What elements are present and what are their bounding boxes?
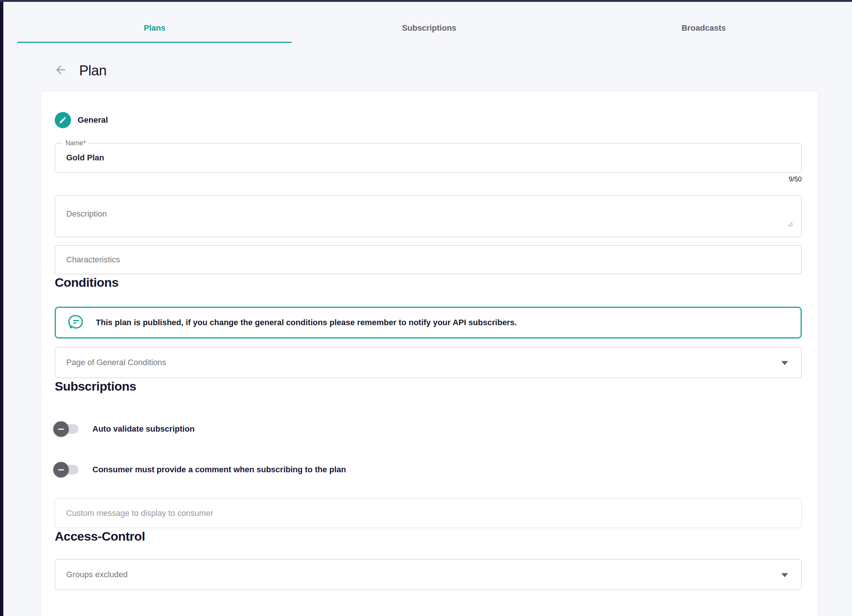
name-field-label: Name*: [62, 139, 89, 147]
conditions-heading: Conditions: [55, 274, 802, 291]
back-button[interactable]: [53, 63, 68, 78]
characteristics-field[interactable]: Characteristics: [55, 245, 802, 274]
main-content: Plans Subscriptions Broadcasts Plan Gene…: [3, 2, 852, 616]
custom-message-placeholder: Custom message to display to consumer: [66, 509, 213, 518]
groups-excluded-select[interactable]: Groups excluded: [55, 559, 802, 590]
toggle-thumb-off-icon: [53, 421, 69, 437]
tab-bar: Plans Subscriptions Broadcasts: [17, 2, 841, 42]
banner-message: This plan is published, if you change th…: [96, 318, 517, 327]
page-select-placeholder: Page of General Conditions: [66, 358, 166, 367]
comment-required-toggle[interactable]: [55, 465, 79, 474]
chevron-down-icon: [781, 361, 788, 365]
chat-bubble-icon: [68, 313, 85, 332]
custom-message-input[interactable]: Custom message to display to consumer: [55, 499, 802, 528]
edit-pencil-icon: [55, 112, 71, 128]
description-placeholder: Description: [66, 209, 107, 219]
chevron-down-icon: [781, 573, 788, 577]
comment-required-toggle-row: Consumer must provide a comment when sub…: [55, 462, 802, 478]
auto-validate-label: Auto validate subscription: [92, 424, 195, 434]
tab-plans[interactable]: Plans: [17, 2, 292, 42]
auto-validate-toggle[interactable]: [55, 424, 79, 434]
toggle-thumb-off-icon: [53, 462, 69, 477]
plan-form-card: General Name* 9/50 Description Character…: [41, 91, 818, 616]
page-of-general-conditions-select[interactable]: Page of General Conditions: [55, 347, 802, 378]
tab-subscriptions[interactable]: Subscriptions: [292, 2, 566, 42]
published-plan-banner: This plan is published, if you change th…: [55, 307, 802, 339]
general-section-label: General: [78, 115, 108, 125]
resize-handle-icon[interactable]: [786, 220, 793, 229]
arrow-left-icon: [54, 63, 67, 78]
description-textarea[interactable]: Description: [55, 196, 802, 237]
general-section-header: General: [55, 112, 802, 128]
groups-excluded-placeholder: Groups excluded: [66, 570, 128, 580]
name-char-counter: 9/50: [55, 176, 802, 184]
auto-validate-toggle-row: Auto validate subscription: [55, 421, 802, 437]
access-control-heading: Access-Control: [55, 528, 802, 544]
comment-required-label: Consumer must provide a comment when sub…: [92, 465, 346, 474]
left-edge-strip: [0, 2, 3, 616]
page-header: Plan: [53, 59, 852, 82]
characteristics-placeholder: Characteristics: [66, 255, 120, 265]
tab-broadcasts[interactable]: Broadcasts: [566, 2, 841, 42]
name-input[interactable]: [66, 153, 790, 163]
subscriptions-heading: Subscriptions: [55, 378, 802, 394]
name-field: Name*: [55, 143, 802, 173]
page-title: Plan: [79, 63, 107, 79]
